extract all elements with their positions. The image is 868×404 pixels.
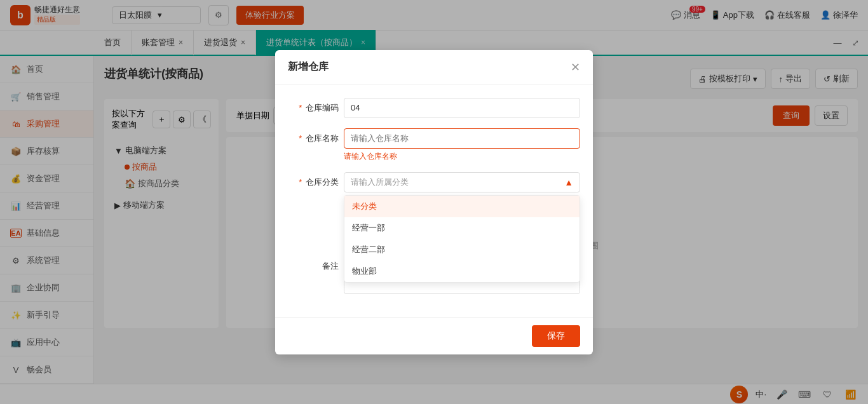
name-label: * 仓库名称 bbox=[288, 128, 339, 149]
name-error-msg: 请输入仓库名称 bbox=[344, 152, 397, 161]
name-input[interactable] bbox=[344, 128, 580, 149]
modal-body: * 仓库编码 * 仓库名称 请输入仓库名称 bbox=[275, 85, 593, 317]
dropdown-item-unclassified[interactable]: 未分类 bbox=[344, 196, 580, 217]
modal-close-btn[interactable]: ✕ bbox=[571, 60, 580, 74]
modal-header: 新增仓库 ✕ bbox=[275, 50, 593, 85]
name-field-item: * 仓库名称 请输入仓库名称 bbox=[288, 128, 580, 162]
modal-footer: 保存 bbox=[275, 317, 593, 354]
category-label: * 仓库分类 bbox=[288, 172, 339, 192]
dropdown-item-op2[interactable]: 经营二部 bbox=[344, 239, 580, 260]
code-field-item: * 仓库编码 bbox=[288, 98, 580, 118]
add-warehouse-modal: 新增仓库 ✕ * 仓库编码 * 仓库名称 bbox=[275, 50, 593, 354]
select-arrow-icon: ▲ bbox=[564, 177, 573, 187]
category-dropdown: 未分类 经营一部 经营二部 物业部 bbox=[344, 195, 580, 283]
note-label: 备注 bbox=[288, 256, 339, 276]
category-select[interactable]: 请输入所属分类 ▲ bbox=[344, 172, 580, 192]
category-field-item: * 仓库分类 请输入所属分类 ▲ 未分类 经营一部 经营二部 物业部 bbox=[288, 172, 580, 192]
dropdown-item-property[interactable]: 物业部 bbox=[344, 260, 580, 282]
save-button[interactable]: 保存 bbox=[532, 325, 580, 347]
code-label: * 仓库编码 bbox=[288, 98, 339, 118]
modal-title: 新增仓库 bbox=[288, 60, 329, 74]
code-input[interactable] bbox=[344, 98, 580, 118]
category-placeholder: 请输入所属分类 bbox=[351, 177, 409, 188]
modal-overlay: 新增仓库 ✕ * 仓库编码 * 仓库名称 bbox=[0, 0, 868, 404]
dropdown-item-op1[interactable]: 经营一部 bbox=[344, 217, 580, 239]
